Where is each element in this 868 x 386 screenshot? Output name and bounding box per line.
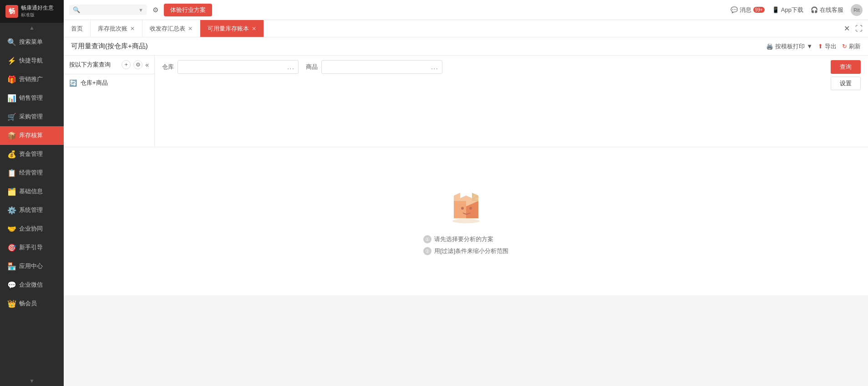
warehouse-input[interactable]: ... [178, 60, 299, 74]
query-left-title: 按以下方案查询 [69, 61, 111, 69]
product-input[interactable]: ... [321, 60, 442, 74]
sidebar-item-marketing[interactable]: 🎁 营销推广 [0, 70, 64, 89]
online-service-btn[interactable]: 🎧 在线客服 [811, 6, 843, 14]
sidebar-item-newbie[interactable]: 🎯 新手引导 [0, 238, 64, 257]
sidebar-item-label-marketing: 营销推广 [19, 75, 43, 83]
scheme-item-warehouse-product[interactable]: 🔄 仓库+商品 [64, 74, 154, 92]
message-btn[interactable]: 💬 消息 99+ [731, 6, 765, 14]
sidebar-item-search[interactable]: 🔍 搜索菜单 [0, 33, 64, 51]
app-download-btn[interactable]: 📱 App下载 [772, 6, 803, 14]
empty-tips: ① 请先选择要分析的方案 ② 用[过滤]条件来缩小分析范围 [423, 235, 508, 259]
export-action[interactable]: ⬆ 导出 [818, 42, 837, 51]
page-header-actions: 🖨️ 按模板打印 ▼ ⬆ 导出 ↻ 刷新 [766, 42, 861, 51]
search-input[interactable] [82, 7, 137, 13]
sidebar-scroll-down[interactable]: ▼ [0, 376, 64, 386]
sidebar-item-member[interactable]: 👑 畅会员 [0, 294, 64, 313]
print-action[interactable]: 🖨️ 按模板打印 ▼ [766, 42, 812, 51]
refresh-label: 刷新 [849, 42, 861, 51]
sidebar: 畅 畅康通好生意 标准版 ▲ 🔍 搜索菜单 ⚡ 快捷导航 🎁 营销推广 📊 销售… [0, 0, 64, 386]
sidebar-scroll-up[interactable]: ▲ [0, 23, 64, 33]
finance-icon: 💰 [7, 150, 15, 159]
marketing-icon: 🎁 [7, 75, 15, 84]
online-service-label: 在线客服 [820, 6, 843, 14]
tab-home[interactable]: 首页 [64, 20, 91, 37]
message-icon: 💬 [731, 6, 738, 13]
query-panel: 按以下方案查询 + ⚙ « 🔄 仓库+商品 [64, 56, 868, 147]
refresh-action[interactable]: ↻ 刷新 [842, 42, 861, 51]
scheme-setting-btn[interactable]: ⚙ [133, 60, 142, 69]
export-icon: ⬆ [818, 43, 823, 50]
experience-btn[interactable]: 体验行业方案 [164, 4, 212, 16]
gear-icon[interactable]: ⚙ [151, 6, 160, 14]
tab-close-collection[interactable]: ✕ [188, 26, 193, 32]
logo-name: 畅康通好生意 [21, 5, 54, 12]
empty-tip-1: ① 请先选择要分析的方案 [423, 235, 508, 243]
sidebar-item-operation[interactable]: 📋 经营管理 [0, 164, 64, 182]
plus-icon: + [125, 62, 128, 68]
user-avatar-btn[interactable]: Rit [851, 4, 863, 16]
sidebar-item-basic[interactable]: 🗂️ 基础信息 [0, 182, 64, 201]
sidebar-menu: 🔍 搜索菜单 ⚡ 快捷导航 🎁 营销推广 📊 销售管理 🛒 采购管理 📦 库存核… [0, 33, 64, 376]
sidebar-item-purchase[interactable]: 🛒 采购管理 [0, 108, 64, 126]
phone-icon: 📱 [772, 6, 779, 13]
sidebar-item-label-sales: 销售管理 [19, 94, 43, 102]
close-tab-action[interactable]: ✕ [842, 22, 852, 35]
top-header: 🔍 ▼ ⚙ 体验行业方案 💬 消息 99+ 📱 App下载 🎧 在线客服 [64, 0, 868, 20]
empty-state: ① 请先选择要分析的方案 ② 用[过滤]条件来缩小分析范围 [64, 147, 868, 295]
sidebar-item-enterprise[interactable]: 🤝 企业协同 [0, 220, 64, 238]
headset-icon: 🎧 [811, 6, 818, 13]
print-chevron-icon: ▼ [807, 43, 812, 50]
chevron-down-icon[interactable]: ▼ [138, 7, 143, 13]
query-panel-inner: 按以下方案查询 + ⚙ « 🔄 仓库+商品 [64, 56, 868, 147]
basic-icon: 🗂️ [7, 187, 15, 196]
fullscreen-action[interactable]: ⛶ [853, 23, 864, 35]
header-search-box[interactable]: 🔍 ▼ [69, 5, 147, 15]
warehouse-label: 仓库 [162, 63, 174, 71]
enterprise-icon: 🤝 [7, 225, 15, 233]
add-scheme-btn[interactable]: + [122, 60, 131, 69]
tab-close-batch[interactable]: ✕ [130, 26, 135, 32]
sidebar-item-label-wechat: 企业微信 [19, 281, 43, 289]
sidebar-item-label-search: 搜索菜单 [19, 38, 43, 46]
sidebar-item-shortcut[interactable]: ⚡ 快捷导航 [0, 51, 64, 70]
search-icon: 🔍 [7, 38, 15, 46]
tab-collection[interactable]: 收发存汇总表✕ [142, 20, 200, 37]
sidebar-item-sales[interactable]: 📊 销售管理 [0, 89, 64, 108]
query-btn[interactable]: 查询 [831, 60, 861, 74]
system-icon: ⚙️ [7, 206, 15, 215]
logo-badge: 标准版 [21, 12, 54, 18]
tab-close-available[interactable]: ✕ [252, 26, 256, 32]
export-label: 导出 [825, 42, 837, 51]
page-header: 可用量查询(按仓库+商品) 🖨️ 按模板打印 ▼ ⬆ 导出 ↻ 刷新 [64, 37, 868, 56]
tab-label-available: 可用量库存账本 [208, 25, 249, 33]
sidebar-item-wechat[interactable]: 💬 企业微信 [0, 276, 64, 294]
tab-available[interactable]: 可用量库存账本✕ [200, 20, 264, 37]
logo-icon: 畅 [5, 5, 18, 18]
tab-batch[interactable]: 库存批次账✕ [91, 20, 142, 37]
product-label: 商品 [306, 63, 318, 71]
product-dots: ... [431, 63, 438, 71]
sidebar-item-inventory[interactable]: 📦 库存核算 [0, 126, 64, 145]
tip-text-1: 请先选择要分析的方案 [434, 235, 493, 243]
settings-btn[interactable]: 设置 [831, 77, 861, 90]
tip-num-1: ① [423, 235, 431, 243]
message-badge: 99+ [753, 7, 765, 13]
tab-bar: 首页库存批次账✕收发存汇总表✕可用量库存账本✕ ✕ ⛶ [64, 20, 868, 37]
sidebar-logo: 畅 畅康通好生意 标准版 [0, 0, 64, 23]
sidebar-item-system[interactable]: ⚙️ 系统管理 [0, 201, 64, 220]
sidebar-item-label-enterprise: 企业协同 [19, 225, 43, 233]
sidebar-item-finance[interactable]: 💰 资金管理 [0, 145, 64, 164]
empty-tip-2: ② 用[过滤]条件来缩小分析范围 [423, 247, 508, 255]
logo-text-group: 畅康通好生意 标准版 [21, 5, 54, 18]
sidebar-item-appstore[interactable]: 🏪 应用中心 [0, 257, 64, 276]
print-icon: 🖨️ [766, 43, 773, 50]
sidebar-item-label-member: 畅会员 [19, 299, 37, 308]
collapse-btn[interactable]: « [145, 61, 149, 68]
sidebar-item-label-finance: 资金管理 [19, 150, 43, 158]
purchase-icon: 🛒 [7, 113, 15, 121]
shortcut-icon: ⚡ [7, 57, 15, 65]
header-right: 💬 消息 99+ 📱 App下载 🎧 在线客服 Rit [731, 4, 863, 16]
cog-icon: ⚙ [136, 62, 141, 68]
app-download-label: App下载 [781, 6, 803, 14]
query-actions: 查询 设置 [831, 60, 861, 90]
